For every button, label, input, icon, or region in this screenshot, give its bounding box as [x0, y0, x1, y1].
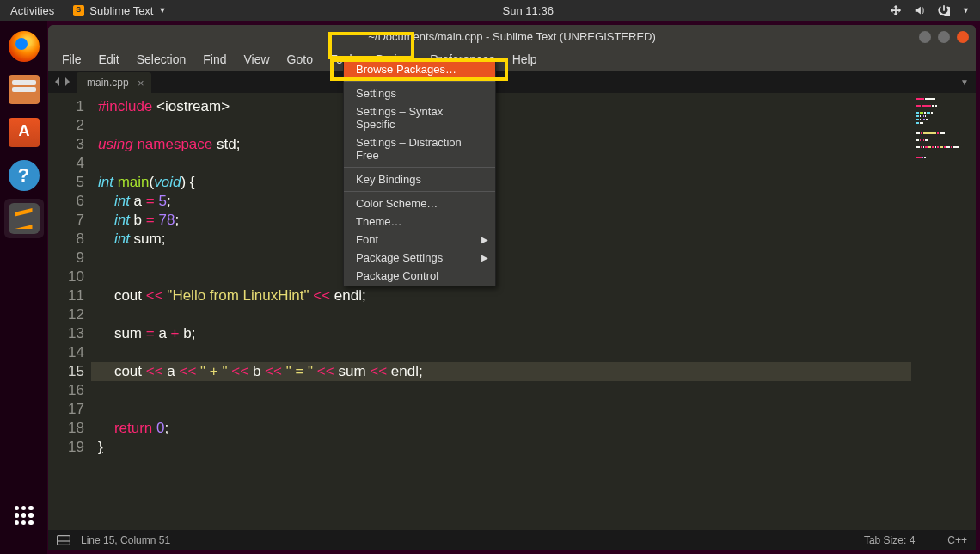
menu-bar: FileEditSelectionFindViewGotoToolsProjec…	[48, 48, 976, 71]
code-line[interactable]: int b = 78;	[98, 211, 911, 230]
close-button[interactable]	[957, 31, 969, 43]
syntax-label[interactable]: C++	[947, 534, 967, 546]
app-menu[interactable]: Sublime Text ▼	[73, 4, 166, 17]
menu-goto[interactable]: Goto	[279, 50, 322, 69]
menu-item-settings-syntax-specific[interactable]: Settings – Syntax Specific	[344, 102, 495, 133]
code-line[interactable]: cout << "Hello from LinuxHint" << endl;	[98, 286, 911, 305]
sublime-window: ~/Documents/main.cpp - Sublime Text (UNR…	[48, 25, 976, 550]
line-number: 16	[48, 381, 84, 400]
console-icon[interactable]	[57, 535, 70, 545]
ubuntu-dock: ?	[0, 21, 47, 554]
clock[interactable]: Sun 11:36	[503, 4, 554, 17]
code-line[interactable]	[98, 154, 911, 173]
menu-separator	[344, 81, 495, 82]
window-title: ~/Documents/main.cpp - Sublime Text (UNR…	[368, 30, 656, 43]
code-line[interactable]: int a = 5;	[98, 192, 911, 211]
code-line[interactable]: #include <iostream>	[98, 97, 911, 116]
code-line[interactable]: using namespace std;	[98, 135, 911, 154]
menu-item-package-control[interactable]: Package Control	[344, 267, 495, 285]
code-line[interactable]: int sum;	[98, 230, 911, 249]
dock-software[interactable]	[4, 113, 44, 152]
menu-file[interactable]: File	[53, 50, 90, 69]
status-bar: Line 15, Column 51 Tab Size: 4 C++	[48, 530, 976, 550]
preferences-dropdown: Browse Packages…SettingsSettings – Synta…	[343, 58, 496, 286]
menu-item-package-settings[interactable]: Package Settings▶	[344, 249, 495, 267]
line-number: 14	[48, 343, 84, 362]
line-number: 9	[48, 249, 84, 268]
line-number: 13	[48, 324, 84, 343]
sublime-icon	[73, 5, 84, 16]
network-icon[interactable]	[890, 4, 902, 16]
system-menu-caret[interactable]: ▼	[962, 6, 970, 15]
grid-icon	[15, 506, 34, 525]
activities-button[interactable]: Activities	[10, 4, 54, 17]
tab-close-icon[interactable]: ×	[138, 77, 144, 89]
line-number: 2	[48, 116, 84, 135]
show-applications[interactable]	[4, 496, 44, 535]
code-line[interactable]: cout << a << " + " << b << " = " << sum …	[91, 362, 954, 381]
editor[interactable]: 12345678910111213141516171819 #include <…	[48, 93, 976, 530]
tab-back-icon[interactable]	[52, 77, 61, 87]
tab-size[interactable]: Tab Size: 4	[864, 534, 915, 546]
code-line[interactable]: return 0;	[98, 419, 911, 438]
line-number: 6	[48, 192, 84, 211]
menu-help[interactable]: Help	[504, 50, 546, 69]
files-icon	[9, 75, 40, 104]
menu-find[interactable]: Find	[194, 50, 235, 69]
help-icon: ?	[9, 160, 40, 191]
line-number: 7	[48, 211, 84, 230]
dock-sublime[interactable]	[4, 199, 44, 238]
file-tab[interactable]: main.cpp ×	[77, 72, 151, 93]
line-number: 8	[48, 230, 84, 249]
code-line[interactable]: int main(void) {	[98, 173, 911, 192]
tab-label: main.cpp	[87, 77, 129, 89]
svg-rect-0	[58, 535, 70, 545]
menu-separator	[344, 167, 495, 168]
code-line[interactable]	[98, 116, 911, 135]
code-line[interactable]	[98, 268, 911, 286]
menu-item-theme[interactable]: Theme…	[344, 212, 495, 231]
menu-item-browse-packages[interactable]: Browse Packages…	[344, 60, 495, 78]
dock-help[interactable]: ?	[4, 156, 44, 195]
menu-item-color-scheme[interactable]: Color Scheme…	[344, 194, 495, 212]
code-line[interactable]	[98, 400, 911, 419]
line-gutter: 12345678910111213141516171819	[48, 93, 91, 530]
line-number: 15	[48, 362, 84, 381]
dock-firefox[interactable]	[4, 27, 44, 66]
code-area[interactable]: #include <iostream>using namespace std;i…	[91, 93, 911, 530]
code-line[interactable]: }	[98, 438, 911, 457]
tab-fwd-icon[interactable]	[64, 77, 72, 87]
line-number: 4	[48, 154, 84, 173]
code-line[interactable]	[98, 381, 911, 400]
code-line[interactable]	[98, 305, 911, 324]
code-line[interactable]	[98, 343, 911, 362]
cursor-position[interactable]: Line 15, Column 51	[81, 534, 170, 546]
minimap[interactable]	[911, 93, 976, 530]
software-icon	[9, 118, 40, 147]
power-icon[interactable]	[938, 4, 950, 16]
maximize-button[interactable]	[938, 31, 950, 43]
sublime-icon	[9, 203, 40, 234]
menu-view[interactable]: View	[236, 50, 279, 69]
line-number: 19	[48, 438, 84, 457]
line-number: 11	[48, 286, 84, 305]
volume-icon[interactable]	[914, 4, 926, 16]
menu-selection[interactable]: Selection	[128, 50, 195, 69]
line-number: 1	[48, 97, 84, 116]
tab-overflow-icon[interactable]: ▼	[960, 77, 969, 87]
code-line[interactable]: sum = a + b;	[98, 324, 911, 343]
menu-edit[interactable]: Edit	[90, 50, 128, 69]
line-number: 5	[48, 173, 84, 192]
line-number: 10	[48, 268, 84, 286]
gnome-top-panel: Activities Sublime Text ▼ Sun 11:36 ▼	[0, 0, 980, 21]
line-number: 12	[48, 305, 84, 324]
minimize-button[interactable]	[919, 31, 931, 43]
menu-item-font[interactable]: Font▶	[344, 231, 495, 249]
menu-item-settings-distraction-free[interactable]: Settings – Distraction Free	[344, 133, 495, 164]
title-bar[interactable]: ~/Documents/main.cpp - Sublime Text (UNR…	[48, 25, 976, 48]
code-line[interactable]	[98, 249, 911, 268]
menu-separator	[344, 191, 495, 192]
menu-item-settings[interactable]: Settings	[344, 84, 495, 102]
dock-files[interactable]	[4, 70, 44, 109]
menu-item-key-bindings[interactable]: Key Bindings	[344, 170, 495, 188]
